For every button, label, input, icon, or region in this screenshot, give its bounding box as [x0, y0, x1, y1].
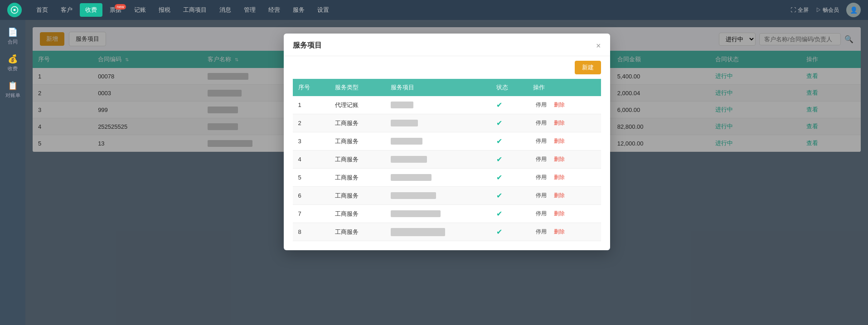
duizhangdan-icon: 📋 — [8, 81, 18, 91]
delete-button[interactable]: 删除 — [551, 100, 567, 110]
modal-cell-action: 停用 删除 — [528, 187, 601, 205]
contract-icon: 📄 — [8, 27, 18, 37]
delete-button[interactable]: 删除 — [551, 136, 567, 146]
modal-cell-item: ████1 — [385, 96, 491, 114]
nav-jingying[interactable]: 经营 — [263, 3, 286, 17]
sidebar-item-duizhangdan[interactable]: 📋 对账单 — [1, 77, 24, 102]
modal-col-status: 状态 — [491, 79, 528, 96]
modal-table-row: 8 工商服务 ████注册 ✔ 停用 删除 — [293, 223, 601, 241]
nav-baoshui[interactable]: 报税 — [153, 3, 176, 17]
nav-jizhang[interactable]: 记账 — [129, 3, 151, 17]
modal-cell-action: 停用 删除 — [528, 150, 601, 169]
nav-gongshang[interactable]: 工商项目 — [178, 3, 212, 17]
nav-manage[interactable]: 管理 — [238, 3, 261, 17]
modal-cell-item: ████████ — [385, 187, 491, 205]
modal-cell-status: ✔ — [491, 132, 528, 150]
sidebar-label-duizhangdan: 对账单 — [5, 92, 20, 98]
modal-cell-status: ✔ — [491, 223, 528, 241]
modal-cell-seq: 6 — [293, 187, 330, 205]
modal-cell-action: 停用 删除 — [528, 205, 601, 223]
service-modal: 服务项目 × 新建 序号 服务类型 服务项目 状态 — [284, 34, 610, 250]
modal-cell-action: 停用 删除 — [528, 96, 601, 114]
stop-button[interactable]: 停用 — [533, 136, 549, 146]
stop-button[interactable]: 停用 — [533, 209, 549, 218]
modal-cell-seq: 7 — [293, 205, 330, 223]
member-btn[interactable]: ▷ 畅会员 — [816, 6, 839, 14]
modal-cell-status: ✔ — [491, 187, 528, 205]
modal-cell-seq: 1 — [293, 96, 330, 114]
modal-toolbar: 新建 — [284, 56, 610, 79]
modal-cell-type: 工商服务 — [330, 187, 385, 205]
stop-button[interactable]: 停用 — [533, 118, 549, 128]
modal-cell-action: 停用 删除 — [528, 223, 601, 241]
modal-table-row: 4 工商服务 ████ ✔ 停用 删除 — [293, 150, 601, 169]
modal-title: 服务项目 — [293, 41, 322, 50]
modal-cell-seq: 4 — [293, 150, 330, 169]
nav-shoufei[interactable]: 收费 — [80, 3, 102, 17]
modal-cell-status: ✔ — [491, 169, 528, 187]
modal-cell-item: ████ — [385, 169, 491, 187]
nav-settings[interactable]: 设置 — [312, 3, 335, 17]
delete-button[interactable]: 删除 — [551, 155, 567, 164]
modal-cell-status: ✔ — [491, 205, 528, 223]
modal-new-button[interactable]: 新建 — [575, 61, 601, 74]
stop-button[interactable]: 停用 — [533, 227, 549, 237]
sidebar-label-shoufei: 收费 — [8, 66, 18, 72]
modal-col-type: 服务类型 — [330, 79, 385, 96]
modal-cell-seq: 5 — [293, 169, 330, 187]
modal-cell-status: ✔ — [491, 114, 528, 132]
top-nav-right: ⛶ 全屏 ▷ 畅会员 👤 — [790, 3, 861, 17]
modal-cell-seq: 8 — [293, 223, 330, 241]
service-items-table: 序号 服务类型 服务项目 状态 操作 1 代理记账 ████1 ✔ 停用 删除 — [293, 79, 601, 241]
new-badge: new — [115, 4, 126, 10]
nav-service[interactable]: 服务 — [287, 3, 310, 17]
stop-button[interactable]: 停用 — [533, 191, 549, 200]
fullscreen-btn[interactable]: ⛶ 全屏 — [790, 6, 808, 14]
app-logo — [7, 3, 22, 17]
modal-cell-type: 工商服务 — [330, 169, 385, 187]
modal-table-row: 6 工商服务 ████████ ✔ 停用 删除 — [293, 187, 601, 205]
modal-cell-type: 工商服务 — [330, 132, 385, 150]
delete-button[interactable]: 删除 — [551, 173, 567, 182]
modal-cell-action: 停用 删除 — [528, 132, 601, 150]
modal-table-row: 2 工商服务 ████ ✔ 停用 删除 — [293, 114, 601, 132]
sidebar-item-shoufei[interactable]: 💰 收费 — [1, 50, 24, 75]
modal-cell-type: 工商服务 — [330, 205, 385, 223]
delete-button[interactable]: 删除 — [551, 118, 567, 128]
nav-message[interactable]: 消息 — [214, 3, 237, 17]
modal-cell-item: ████ — [385, 114, 491, 132]
modal-overlay: 服务项目 × 新建 序号 服务类型 服务项目 状态 — [25, 20, 868, 325]
delete-button[interactable]: 删除 — [551, 227, 567, 237]
delete-button[interactable]: 删除 — [551, 191, 567, 200]
modal-table-row: 7 工商服务 ████ ✔ 停用 删除 — [293, 205, 601, 223]
top-nav: 首页 客户 收费 票据 new 记账 报税 工商项目 消息 管理 经营 服务 设… — [0, 0, 868, 20]
modal-cell-seq: 2 — [293, 114, 330, 132]
modal-cell-action: 停用 删除 — [528, 114, 601, 132]
modal-header: 服务项目 × — [284, 34, 610, 56]
modal-cell-item: ████注册 — [385, 223, 491, 241]
modal-cell-type: 工商服务 — [330, 150, 385, 169]
nav-items: 首页 客户 收费 票据 new 记账 报税 工商项目 消息 管理 经营 服务 设… — [31, 3, 790, 17]
nav-piaojv[interactable]: 票据 new — [104, 3, 127, 17]
modal-close-button[interactable]: × — [596, 42, 601, 50]
modal-col-seq: 序号 — [293, 79, 330, 96]
stop-button[interactable]: 停用 — [533, 173, 549, 182]
sidebar-label-contract: 合同 — [8, 39, 18, 45]
avatar[interactable]: 👤 — [846, 3, 861, 17]
delete-button[interactable]: 删除 — [551, 209, 567, 218]
shoufei-icon: 💰 — [8, 54, 18, 64]
modal-cell-status: ✔ — [491, 150, 528, 169]
modal-cell-type: 工商服务 — [330, 114, 385, 132]
modal-cell-item: ████ — [385, 205, 491, 223]
modal-table-row: 3 工商服务 ████ ✔ 停用 删除 — [293, 132, 601, 150]
nav-customer[interactable]: 客户 — [55, 3, 78, 17]
nav-home[interactable]: 首页 — [31, 3, 53, 17]
stop-button[interactable]: 停用 — [533, 155, 549, 164]
modal-table-container[interactable]: 序号 服务类型 服务项目 状态 操作 1 代理记账 ████1 ✔ 停用 删除 — [284, 79, 610, 250]
sidebar-item-contract[interactable]: 📄 合同 — [1, 24, 24, 49]
modal-col-item: 服务项目 — [385, 79, 491, 96]
modal-cell-type: 代理记账 — [330, 96, 385, 114]
content-area: 新增 服务项目 进行中 全部 已完成 已终止 🔍 序号 — [25, 20, 868, 325]
modal-cell-seq: 3 — [293, 132, 330, 150]
stop-button[interactable]: 停用 — [533, 100, 549, 110]
